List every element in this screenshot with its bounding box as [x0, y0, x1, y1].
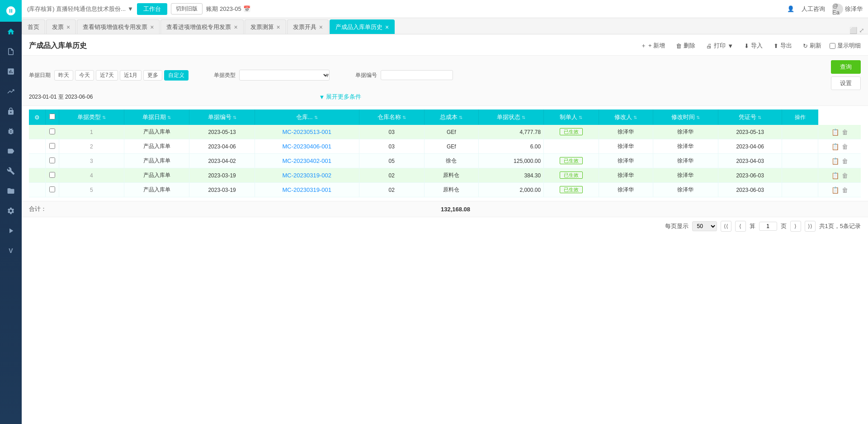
- th-status[interactable]: 单据状态⇅: [478, 110, 543, 125]
- tab-minimize-icon[interactable]: ⬜: [849, 27, 857, 34]
- delete-icon-0[interactable]: 🗑: [842, 129, 848, 136]
- print-button[interactable]: 🖨 打印 ▼: [703, 40, 736, 52]
- cell-checkbox-2[interactable]: [45, 154, 59, 168]
- tab-invoice-open-close[interactable]: ×: [319, 24, 323, 30]
- date-btn-7days[interactable]: 近7天: [96, 70, 118, 81]
- per-page-select[interactable]: 20 50 100: [692, 221, 717, 231]
- cell-number-2[interactable]: MC-20230402-001: [255, 154, 359, 168]
- new-button[interactable]: ＋ + 新增: [638, 40, 668, 52]
- cell-number-4[interactable]: MC-20230319-001: [255, 183, 359, 197]
- number-link-2[interactable]: MC-20230402-001: [282, 157, 331, 164]
- edit-icon-1[interactable]: 📋: [831, 143, 839, 150]
- number-link-4[interactable]: MC-20230319-001: [282, 186, 331, 193]
- number-input[interactable]: [381, 70, 453, 80]
- th-total-cost[interactable]: 总成本⇅: [424, 110, 478, 125]
- number-link-3[interactable]: MC-20230319-002: [282, 172, 331, 179]
- tab-invoice-calc-close[interactable]: ×: [277, 24, 280, 30]
- tab-invoice-calc[interactable]: 发票测算 ×: [245, 19, 286, 34]
- company-selector[interactable]: (库存核算) 直播轻纯通信息技术股份... ▼: [27, 5, 133, 13]
- delete-icon-3[interactable]: 🗑: [842, 172, 848, 179]
- date-btn-today[interactable]: 今天: [75, 70, 94, 81]
- page-number-input[interactable]: [759, 222, 777, 231]
- sidebar-item-invoice[interactable]: [0, 42, 22, 62]
- th-date[interactable]: 单据日期⇅: [124, 110, 189, 125]
- th-warehouse-code[interactable]: 仓库...⇅: [255, 110, 359, 125]
- delete-icon-2[interactable]: 🗑: [842, 157, 848, 165]
- cell-number-3[interactable]: MC-20230319-002: [255, 168, 359, 183]
- sidebar-item-chart[interactable]: [0, 62, 22, 81]
- last-page-btn[interactable]: ⟩⟩: [805, 221, 816, 232]
- cell-number-1[interactable]: MC-20230406-001: [255, 139, 359, 154]
- th-checkbox[interactable]: [45, 110, 59, 125]
- cell-checkbox-4[interactable]: [45, 183, 59, 197]
- help-label[interactable]: 人工咨询: [802, 5, 825, 13]
- sidebar-item-settings[interactable]: [0, 201, 22, 221]
- tab-expand-icon[interactable]: ⤢: [859, 27, 864, 34]
- delete-icon-4[interactable]: 🗑: [842, 186, 848, 194]
- tab-home[interactable]: 首页: [22, 19, 45, 34]
- query-button[interactable]: 查询: [831, 60, 861, 74]
- date-btn-yesterday[interactable]: 昨天: [54, 70, 73, 81]
- sidebar-item-version[interactable]: V: [0, 241, 22, 261]
- user-info[interactable]: @ Ea 徐泽华: [832, 4, 863, 14]
- row-checkbox-1[interactable]: [49, 143, 55, 149]
- th-settings[interactable]: ⚙: [29, 110, 45, 125]
- tab-invoice-open[interactable]: 发票开具 ×: [287, 19, 329, 34]
- refresh-button[interactable]: ↻ 刷新: [800, 40, 824, 52]
- sidebar-item-folder[interactable]: [0, 181, 22, 201]
- tab-product-history-close[interactable]: ×: [385, 24, 389, 30]
- th-modify-time[interactable]: 修改时间⇅: [653, 110, 718, 125]
- edit-icon-4[interactable]: 📋: [831, 186, 839, 194]
- select-all-checkbox[interactable]: [49, 114, 55, 119]
- delete-icon-1[interactable]: 🗑: [842, 143, 848, 150]
- tab-product-history[interactable]: 产成品入库单历史 ×: [330, 19, 395, 34]
- row-checkbox-2[interactable]: [49, 157, 55, 163]
- number-link-1[interactable]: MC-20230406-001: [282, 143, 331, 150]
- import-button[interactable]: ⬇ 导入: [741, 40, 765, 52]
- cell-checkbox-1[interactable]: [45, 139, 59, 154]
- app-logo[interactable]: [0, 0, 22, 22]
- tab-invoice[interactable]: 发票 ×: [46, 19, 76, 34]
- number-link-0[interactable]: MC-20230513-001: [282, 129, 331, 135]
- sidebar-item-warehouse[interactable]: [0, 121, 22, 141]
- export-button[interactable]: ⬆ 导出: [771, 40, 795, 52]
- switch-version-button[interactable]: 切到旧版: [171, 3, 203, 14]
- sidebar-item-tag[interactable]: [0, 141, 22, 161]
- tab-check-sales[interactable]: 查看销项增值税专用发票 ×: [77, 19, 160, 34]
- prev-page-btn[interactable]: ⟨: [735, 221, 746, 232]
- first-page-btn[interactable]: ⟨⟨: [721, 221, 731, 232]
- sidebar-item-lock[interactable]: [0, 101, 22, 121]
- delete-button[interactable]: 🗑 删除: [673, 40, 698, 52]
- tab-invoice-close[interactable]: ×: [66, 24, 70, 30]
- th-type[interactable]: 单据类型⇅: [59, 110, 124, 125]
- set-button[interactable]: 设置: [831, 76, 861, 90]
- sidebar-item-home[interactable]: [0, 22, 22, 42]
- th-creator[interactable]: 制单人⇅: [544, 110, 599, 125]
- type-select[interactable]: [239, 70, 330, 81]
- row-checkbox-3[interactable]: [49, 172, 55, 178]
- cell-number-0[interactable]: MC-20230513-001: [255, 125, 359, 139]
- date-btn-1month[interactable]: 近1月: [120, 70, 142, 81]
- edit-icon-3[interactable]: 📋: [831, 172, 839, 179]
- tab-check-sales-close[interactable]: ×: [150, 24, 154, 30]
- cell-checkbox-3[interactable]: [45, 168, 59, 183]
- th-voucher[interactable]: 凭证号⇅: [718, 110, 782, 125]
- tab-check-purchase-close[interactable]: ×: [234, 24, 237, 30]
- sidebar-item-play[interactable]: [0, 221, 22, 241]
- edit-icon-0[interactable]: 📋: [831, 129, 839, 136]
- date-btn-more[interactable]: 更多: [143, 70, 162, 81]
- row-checkbox-4[interactable]: [49, 186, 55, 192]
- th-number[interactable]: 单据编号⇅: [189, 110, 255, 125]
- edit-icon-2[interactable]: 📋: [831, 157, 839, 165]
- next-page-btn[interactable]: ⟩: [790, 221, 801, 232]
- sidebar-item-tools[interactable]: [0, 161, 22, 181]
- expand-btn[interactable]: ▼ 展开更多条件: [319, 93, 361, 101]
- display-toggle[interactable]: 显示明细: [830, 42, 861, 50]
- th-warehouse-name[interactable]: 仓库名称⇅: [359, 110, 424, 125]
- th-modifier[interactable]: 修改人⇅: [599, 110, 653, 125]
- display-toggle-checkbox[interactable]: [830, 43, 835, 49]
- tab-check-purchase[interactable]: 查看进项增值税专用发票 ×: [160, 19, 243, 34]
- workbench-button[interactable]: 工作台: [137, 3, 167, 15]
- cell-checkbox-0[interactable]: [45, 125, 59, 139]
- sidebar-item-analytics[interactable]: [0, 81, 22, 101]
